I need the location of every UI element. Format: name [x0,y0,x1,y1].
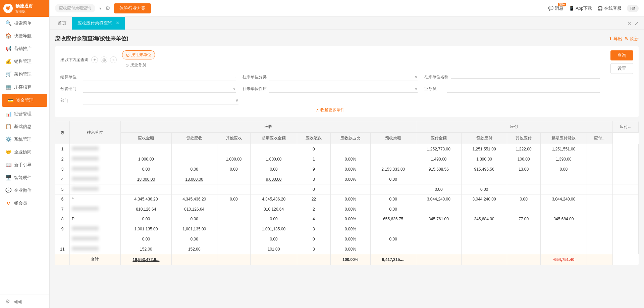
row-ap_amount[interactable]: 1,252,773.00 [416,144,462,154]
row-ar_ratio[interactable]: 0.00% [330,234,370,244]
row-ar_ratio[interactable]: 0.00% [330,194,370,204]
row-ar_count[interactable]: 3 [297,174,331,184]
sidebar-item-wechat[interactable]: 💬 企业微信 [0,184,49,197]
filter-dept-input[interactable]: ∨ [83,97,238,104]
row-ar_loan[interactable]: 152.00 [171,244,217,254]
row-ap_overdue[interactable]: 3,044,240.00 [540,194,587,204]
row-ar_count[interactable]: 3 [297,244,331,254]
row-ar_loan[interactable]: 1,001,135.00 [171,224,217,234]
row-ar_overdue[interactable]: 0.00 [251,234,297,244]
row-ar_ratio[interactable]: 0.00% [330,244,370,254]
row-ar_count[interactable]: 0 [297,144,331,154]
row-ar_loan[interactable]: 0.00 [171,214,217,224]
row-ar_count[interactable]: 0 [297,184,331,194]
filter-back-icon[interactable]: « [110,56,117,63]
filter-category-input[interactable]: ∨ [269,73,418,81]
row-ap_loan[interactable]: 915,495.56 [462,164,507,174]
row-ap_loan[interactable]: 1,390.00 [462,154,507,164]
sidebar-item-basic[interactable]: 📋 基础信息 [0,120,49,133]
message-button[interactable]: 💬 消息 99+ [548,5,564,11]
sidebar-item-finance[interactable]: 💳 资金管理 [2,94,47,107]
row-ar_count[interactable]: 2 [297,204,331,214]
filter-settings-icon[interactable]: ◎ [101,56,107,63]
row-ar_amount[interactable]: 4,345,436.20 [120,194,171,204]
filter-settlement-input[interactable]: ··· [83,73,236,81]
filter-name-input[interactable] [451,76,600,79]
row-ar_count[interactable]: 4 [297,214,331,224]
filter-by-customer[interactable]: ⊙ 按往来单位 [122,50,155,59]
row-ar_amount[interactable]: 1,000.00 [120,154,171,164]
row-ar_overdue[interactable]: 0.00 [251,214,297,224]
sidebar-item-enterprise[interactable]: 🤝 企业协同 [0,146,49,159]
row-ap_amount[interactable]: 0.00 [416,184,462,194]
row-ar_prepaid[interactable]: 0.00 [370,194,416,204]
row-ar_ratio[interactable]: 0.00% [330,174,370,184]
row-ar_ratio[interactable]: 0.00% [330,214,370,224]
row-ap_loan[interactable]: 1,251,551.00 [462,144,507,154]
row-ar_loan[interactable]: 4,345,436.20 [171,194,217,204]
row-ar_ratio[interactable]: 0.00% [330,164,370,174]
sidebar-item-purchase[interactable]: 🛒 采购管理 [0,68,49,81]
row-ar_prepaid[interactable]: 2,153,333.00 [370,164,416,174]
row-ar_other[interactable]: 0.00 [217,164,251,174]
row-ar_overdue[interactable]: 810,126.64 [251,204,297,214]
footer-ar-amount[interactable]: 19,553,472.6... [120,254,171,265]
row-ap_overdue[interactable]: 345,684.00 [540,214,587,224]
row-ap_amount[interactable]: 3,044,240.00 [416,194,462,204]
row-ar_loan[interactable]: 810,126.64 [171,204,217,214]
row-ar_ratio[interactable]: 0.00% [330,154,370,164]
filter-collapse-button[interactable]: ∧ 收起更多条件 [60,107,600,113]
sidebar-item-marketing[interactable]: 📢 营销推广 [0,42,49,55]
sidebar-item-system[interactable]: ⚙️ 系统管理 [0,133,49,146]
row-ar_overdue[interactable]: 4,345,436.20 [251,194,297,204]
row-ar_loan[interactable]: 0.00 [171,164,217,174]
row-ar_other[interactable]: 0.00 [217,194,251,204]
tab-home[interactable]: 首页 [52,17,72,30]
row-ar_loan[interactable]: 0.00 [171,234,217,244]
refresh-button[interactable]: ↻ 刷新 [625,36,639,42]
sidebar-item-sales[interactable]: 💰 销售管理 [0,55,49,68]
row-ar_loan[interactable]: 18,000.00 [171,174,217,184]
row-ar_count[interactable]: 22 [297,194,331,204]
row-ar_amount[interactable]: 0.00 [120,214,171,224]
app-download-button[interactable]: 📱 App下载 [569,5,592,11]
row-ar_amount[interactable]: 152.00 [120,244,171,254]
row-ar_overdue[interactable]: 0.00 [251,164,297,174]
row-ar_other[interactable]: 1,000.00 [217,154,251,164]
row-ap_amount[interactable]: 345,761.00 [416,214,462,224]
row-ap_other[interactable]: 13.00 [507,164,540,174]
sidebar-item-inventory[interactable]: 🏢 库存核算 [0,81,49,93]
row-ar_count[interactable]: 9 [297,164,331,174]
row-ap_overdue[interactable]: 0.00 [540,164,587,174]
row-ar_prepaid[interactable]: 0.00 [370,174,416,184]
row-ar_overdue[interactable]: 1,001,135.00 [251,224,297,234]
collapse-btn[interactable]: ◀◀ [13,298,21,305]
row-ar_amount[interactable]: 810,126.64 [120,204,171,214]
row-ar_count[interactable]: 1 [297,154,331,164]
tab-ar-query[interactable]: 应收应付余额查询 ✕ [72,17,125,30]
add-filter-button[interactable]: + [91,56,98,63]
row-ar_amount[interactable]: 18,000.00 [120,174,171,184]
row-ar_amount[interactable]: 0.00 [120,234,171,244]
row-ar_overdue[interactable]: 9,000.00 [251,174,297,184]
row-ap_loan[interactable]: 0.00 [462,184,507,194]
filter-dept-manage-input[interactable]: ∨ [83,85,236,93]
row-ap_amount[interactable]: 1,490.00 [416,154,462,164]
sidebar-item-hardware[interactable]: 🖥️ 智能硬件 [0,171,49,184]
service-button[interactable]: 🎧 在线客服 [597,5,622,11]
demo-button[interactable]: 体验行业方案 [114,3,151,13]
row-ar_prepaid[interactable]: 0.00 [370,234,416,244]
row-ap_other[interactable]: 0.00 [507,194,540,204]
sidebar-item-search[interactable]: 🔍 搜索菜单 [0,17,49,30]
row-ap_loan[interactable]: 345,684.00 [462,214,507,224]
row-ap_loan[interactable]: 3,044,240.00 [462,194,507,204]
row-ar_prepaid[interactable]: 655,636.75 [370,214,416,224]
filter-nature-input[interactable]: ∨ [269,85,418,93]
user-profile[interactable]: Rit [627,5,639,12]
filter-by-salesperson[interactable]: ⊙ 按业务员 [122,61,155,69]
row-ap_amount[interactable]: 915,508.56 [416,164,462,174]
row-ar_amount[interactable]: 1,001,135.00 [120,224,171,234]
maximize-icon[interactable]: ⤢ [634,20,639,27]
row-ar_overdue[interactable]: 1,000.00 [251,154,297,164]
sidebar-item-guide[interactable]: 📖 新手引导 [0,159,49,171]
